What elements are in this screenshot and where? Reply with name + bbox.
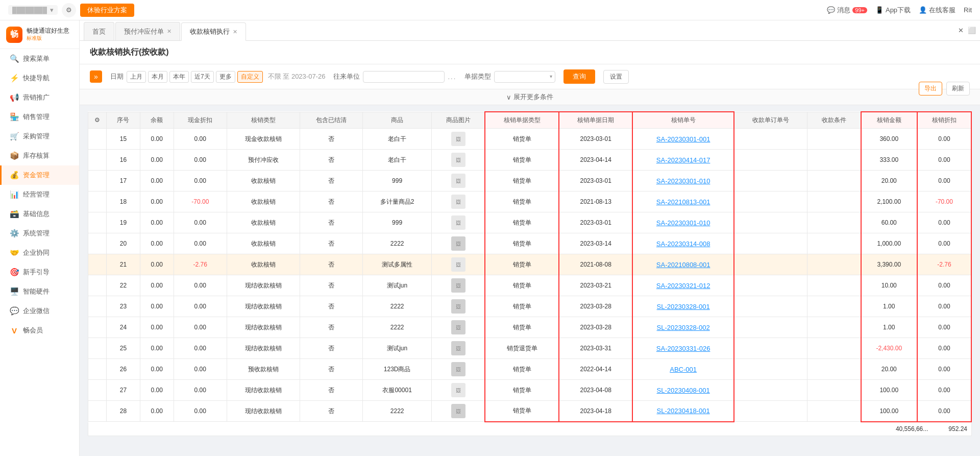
cell-writeoff-discount: 0.00 [917,380,971,401]
cell-writeoff-no[interactable]: SL-20230328-002 [632,317,733,338]
sidebar-item-label-quick: 快捷导航 [23,74,50,83]
more-date-btn[interactable]: 更多 [216,71,235,83]
sidebar-item-sales[interactable]: 🏪 销售管理 [0,107,79,127]
writeoff-no-link[interactable]: ABC-001 [670,366,697,373]
settings-icon-btn[interactable]: ⚙ [62,3,76,17]
tab-home[interactable]: 首页 [84,22,114,40]
tab-receipts-close-icon[interactable]: ✕ [233,29,237,35]
cell-product: 老白干 [363,150,431,171]
sidebar-item-search[interactable]: 🔍 搜索菜单 [0,49,79,68]
export-button[interactable]: 导出 [919,82,942,95]
sidebar-item-operations[interactable]: 📊 经营管理 [0,185,79,204]
cell-writeoff-discount: -70.00 [917,191,971,212]
cell-writeoff-no[interactable]: SA-20230301-010 [632,212,733,233]
product-image-placeholder: 🖼 [451,153,465,167]
app-download-area[interactable]: 📱 App下载 [875,6,911,15]
cell-seq: 22 [107,275,140,296]
expand-window-icon[interactable]: ⬜ [968,27,976,34]
sidebar-item-basic-info[interactable]: 🗃️ 基础信息 [0,204,79,224]
sidebar-item-system[interactable]: ⚙️ 系统管理 [0,224,79,243]
sidebar-item-purchase[interactable]: 🛒 采购管理 [0,127,79,146]
cell-writeoff-no[interactable]: ABC-001 [632,359,733,380]
cell-receipt-condition [807,171,861,191]
query-button[interactable]: 查询 [564,69,595,84]
sidebar-item-marketing[interactable]: 📢 营销推广 [0,88,79,107]
writeoff-no-link[interactable]: SA-20210808-001 [656,261,710,269]
tab-receipts[interactable]: 收款核销执行 ✕ [181,22,246,41]
writeoff-no-link[interactable]: SA-20230301-010 [656,219,710,227]
cell-settings [88,171,107,191]
voucher-type-select[interactable] [494,71,555,83]
page-content: 收款核销执行(按收款) 导出 刷新 » 日期 上月 本月 本年 近7天 更多 [80,41,980,456]
col-writeoff-no: 核销单号 [632,112,733,129]
online-service-area[interactable]: 👤 在线客服 [919,6,955,15]
industry-solution-button[interactable]: 休验行业方案 [80,4,134,17]
cell-writeoff-no[interactable]: SA-20230301-001 [632,129,733,150]
cell-receipt-order-no [734,129,807,150]
user-name[interactable]: Rit [964,6,972,14]
sidebar-item-member[interactable]: V 畅会员 [0,321,79,340]
cell-writeoff-no[interactable]: SL-20230328-001 [632,296,733,317]
logo-tag: 标准版 [27,35,69,42]
last-7-days-btn[interactable]: 近7天 [191,71,214,83]
notification-area[interactable]: 💬 消息 99+ [827,6,867,15]
cell-writeoff-no[interactable]: SA-20230331-026 [632,338,733,359]
cell-balance: 0.00 [140,171,174,191]
col-settings[interactable]: ⚙ [88,112,107,129]
writeoff-no-link[interactable]: SL-20230328-002 [657,324,710,331]
writeoff-no-link[interactable]: SL-20230408-001 [657,387,710,394]
cell-writeoff-no[interactable]: SA-20230321-012 [632,275,733,296]
sidebar-item-enterprise[interactable]: 🤝 企业协同 [0,243,79,262]
cell-receipt-order-no [734,317,807,338]
cell-writeoff-no[interactable]: SA-20230314-008 [632,233,733,254]
writeoff-no-link[interactable]: SA-20210813-001 [656,198,710,206]
sidebar-item-guide[interactable]: 🎯 新手引导 [0,262,79,282]
cell-writeoff-no[interactable]: SA-20210813-001 [632,191,733,212]
tab-prepay[interactable]: 预付冲应付单 ✕ [115,22,180,40]
cell-balance: 0.00 [140,191,174,212]
sidebar-item-inventory[interactable]: 📦 库存核算 [0,146,79,165]
sidebar-item-wechat[interactable]: 💬 企业微信 [0,301,79,321]
filter-expand-button[interactable]: » [90,70,102,83]
cell-writeoff-voucher-type: 销货退货单 [485,338,558,359]
product-image: 🖼 [451,299,465,314]
product-image-placeholder: 🖼 [451,195,465,209]
writeoff-no-link[interactable]: SA-20230301-010 [656,177,710,185]
partner-input[interactable] [363,71,445,83]
cell-writeoff-no[interactable]: SL-20230418-001 [632,401,733,422]
cell-writeoff-no[interactable]: SA-20230301-010 [632,171,733,191]
sidebar-item-label-purchase: 采购管理 [23,132,50,141]
company-name: ████████ [12,7,47,14]
company-selector[interactable]: ████████ ▾ [8,5,58,15]
col-writeoff-amount: 核销金额 [861,112,917,129]
writeoff-no-link[interactable]: SA-20230314-008 [656,240,710,248]
cell-settings [88,233,107,254]
writeoff-no-link[interactable]: SA-20230301-001 [656,135,710,143]
sidebar-item-hardware[interactable]: 🖥️ 智能硬件 [0,282,79,301]
cell-writeoff-no[interactable]: SA-20210808-001 [632,254,733,275]
this-month-btn[interactable]: 本月 [148,71,167,83]
cell-seq: 25 [107,338,140,359]
last-month-btn[interactable]: 上月 [127,71,146,83]
product-image: 🖼 [451,236,465,251]
tab-prepay-close-icon[interactable]: ✕ [167,28,172,35]
hardware-icon: 🖥️ [10,287,19,296]
cell-seq: 15 [107,129,140,150]
custom-date-btn[interactable]: 自定义 [237,71,263,83]
refresh-button[interactable]: 刷新 [946,82,970,95]
expand-more-bar[interactable]: ∨ 展开更多条件 [80,89,980,105]
writeoff-no-link[interactable]: SA-20230414-017 [656,156,710,164]
cell-writeoff-no[interactable]: SA-20230414-017 [632,150,733,171]
cell-writeoff-voucher-type: 销货单 [485,254,558,275]
this-year-btn[interactable]: 本年 [169,71,189,83]
writeoff-no-link[interactable]: SL-20230418-001 [657,407,710,415]
close-window-icon[interactable]: ✕ [958,27,964,34]
writeoff-no-link[interactable]: SA-20230331-026 [656,345,710,352]
writeoff-no-link[interactable]: SA-20230321-012 [656,282,710,290]
cell-product-img: 🖼 [431,275,485,296]
sidebar-item-finance[interactable]: 💰 资金管理 [0,165,79,185]
cell-writeoff-no[interactable]: SL-20230408-001 [632,380,733,401]
sidebar-item-quick-nav[interactable]: ⚡ 快捷导航 [0,68,79,88]
writeoff-no-link[interactable]: SL-20230328-001 [657,303,710,310]
filter-settings-button[interactable]: 设置 [603,70,629,84]
